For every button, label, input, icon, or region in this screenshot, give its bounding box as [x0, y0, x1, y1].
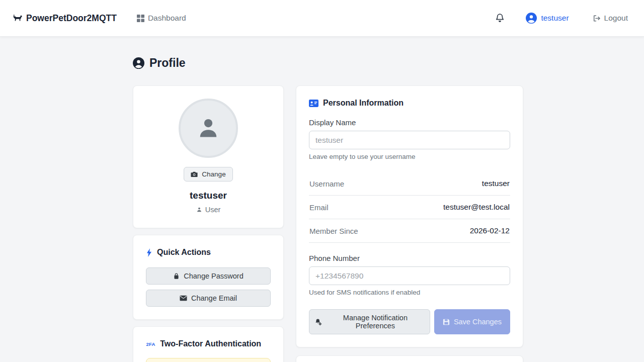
main-content: Profile: [133, 37, 523, 362]
two-factor-card: 2FA Two-Factor Authentication: [133, 326, 284, 362]
nav-dashboard-label: Dashboard: [148, 14, 186, 23]
id-card-icon: [309, 100, 318, 107]
profile-icon: [133, 57, 144, 69]
lock-icon: [173, 273, 180, 280]
change-email-label: Change Email: [191, 294, 237, 302]
username-row-value: testuser: [482, 179, 510, 188]
personal-info-title: Personal Information: [323, 99, 404, 108]
save-changes-label: Save Changes: [454, 318, 502, 326]
user-menu-label: testuser: [541, 14, 569, 23]
avatar-person-icon: [196, 116, 221, 141]
user-avatar-icon: [526, 13, 537, 24]
page-title: Profile: [133, 56, 523, 70]
logout-button[interactable]: Logout: [592, 14, 628, 23]
top-navbar: PowerPetDoor2MQTT Dashboard: [0, 0, 644, 37]
display-name-label: Display Name: [309, 118, 510, 127]
bell-icon: [495, 13, 505, 23]
change-avatar-button[interactable]: Change: [184, 167, 232, 182]
notifications-button[interactable]: [495, 13, 505, 23]
brand-label: PowerPetDoor2MQTT: [26, 13, 117, 24]
appearance-card: Appearance: [296, 355, 523, 362]
change-password-label: Change Password: [184, 272, 244, 280]
quick-actions-title: Quick Actions: [157, 248, 211, 257]
envelope-icon: [180, 295, 187, 301]
email-row-label: Email: [309, 203, 329, 212]
manage-notifications-button[interactable]: Manage Notification Preferences: [309, 309, 430, 334]
save-icon: [443, 318, 450, 325]
lightning-icon: [146, 248, 152, 257]
logout-label: Logout: [604, 14, 628, 23]
change-avatar-label: Change: [202, 170, 225, 178]
two-factor-warning-alert: [146, 358, 271, 362]
two-factor-heading: 2FA Two-Factor Authentication: [146, 339, 271, 348]
save-changes-button[interactable]: Save Changes: [434, 309, 510, 334]
profile-card: Change testuser User: [133, 85, 284, 228]
member-since-row-label: Member Since: [309, 227, 358, 235]
email-row: Email testuser@test.local: [309, 196, 510, 219]
avatar: [179, 99, 238, 158]
brand[interactable]: PowerPetDoor2MQTT: [13, 13, 117, 24]
change-email-button[interactable]: Change Email: [146, 290, 271, 307]
quick-actions-card: Quick Actions Change Password: [133, 235, 284, 320]
personal-info-card: Personal Information Display Name Leave …: [296, 85, 523, 347]
user-menu[interactable]: testuser: [526, 13, 569, 24]
quick-actions-heading: Quick Actions: [146, 248, 271, 257]
two-factor-title: Two-Factor Authentication: [160, 339, 261, 348]
display-name-input[interactable]: [309, 131, 510, 149]
member-since-row: Member Since 2026-02-12: [309, 219, 510, 243]
manage-notifications-label: Manage Notification Preferences: [326, 314, 425, 330]
bell-gear-icon: [314, 318, 322, 326]
phone-input[interactable]: [309, 266, 510, 285]
phone-help: Used for SMS notifications if enabled: [309, 289, 510, 296]
person-icon: [196, 207, 202, 213]
page-title-label: Profile: [149, 56, 186, 70]
username-row-label: Username: [309, 179, 344, 188]
phone-label: Phone Number: [309, 254, 510, 262]
display-name-help: Leave empty to use your username: [309, 153, 510, 160]
2fa-icon: 2FA: [146, 341, 155, 346]
username-row: Username testuser: [309, 172, 510, 196]
account-info-rows: Username testuser Email testuser@test.lo…: [309, 172, 510, 243]
nav-dashboard[interactable]: Dashboard: [137, 14, 186, 23]
profile-role: User: [146, 206, 271, 214]
dog-icon: [13, 14, 22, 22]
personal-info-heading: Personal Information: [309, 99, 510, 108]
camera-icon: [191, 171, 198, 177]
profile-role-label: User: [205, 206, 221, 214]
email-row-value: testuser@test.local: [443, 203, 510, 212]
grid-icon: [137, 15, 144, 22]
change-password-button[interactable]: Change Password: [146, 267, 271, 285]
logout-icon: [592, 14, 601, 23]
profile-username: testuser: [146, 190, 271, 201]
member-since-row-value: 2026-02-12: [470, 226, 510, 235]
